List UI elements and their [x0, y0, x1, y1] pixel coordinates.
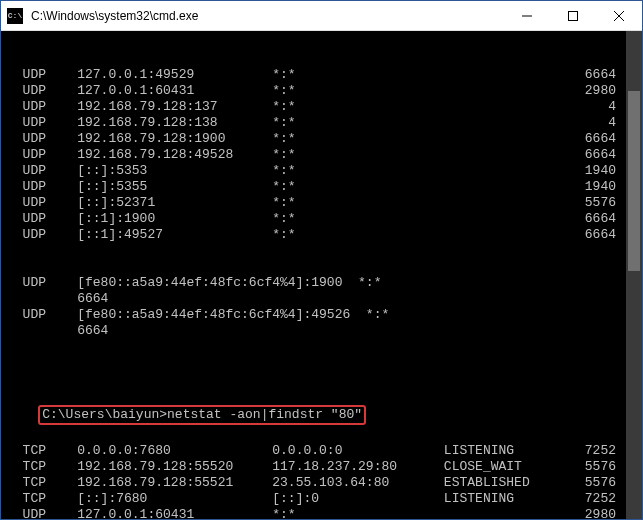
netstat-row: UDP 127.0.0.1:60431 *:* 2980 — [7, 83, 636, 99]
scrollbar-thumb[interactable] — [628, 91, 640, 271]
titlebar[interactable]: C:\ C:\Windows\system32\cmd.exe — [1, 1, 642, 31]
netstat-row: UDP 192.168.79.128:49528 *:* 6664 — [7, 147, 636, 163]
svg-rect-1 — [569, 11, 578, 20]
netstat-row: UDP [::1]:49527 *:* 6664 — [7, 227, 636, 243]
close-button[interactable] — [596, 1, 642, 31]
netstat-row: UDP 127.0.0.1:49529 *:* 6664 — [7, 67, 636, 83]
netstat-row-wrap: 6664 — [7, 291, 636, 307]
netstat-row: TCP 0.0.0.0:7680 0.0.0.0:0 LISTENING 725… — [7, 443, 636, 459]
netstat-row: TCP 192.168.79.128:55520 117.18.237.29:8… — [7, 459, 636, 475]
netstat-row: UDP [::1]:1900 *:* 6664 — [7, 211, 636, 227]
netstat-row: UDP 192.168.79.128:137 *:* 4 — [7, 99, 636, 115]
netstat-row: TCP 192.168.79.128:55521 23.55.103.64:80… — [7, 475, 636, 491]
terminal-output[interactable]: UDP 127.0.0.1:49529 *:* 6664 UDP 127.0.0… — [1, 31, 642, 519]
highlighted-command: C:\Users\baiyun>netstat -aon|findstr "80… — [38, 405, 366, 425]
netstat-row: UDP 192.168.79.128:138 *:* 4 — [7, 115, 636, 131]
cmd-icon: C:\ — [7, 8, 23, 24]
netstat-row-wrap: 6664 — [7, 323, 636, 339]
maximize-button[interactable] — [550, 1, 596, 31]
window-title: C:\Windows\system32\cmd.exe — [29, 9, 504, 23]
minimize-button[interactable] — [504, 1, 550, 31]
netstat-row: UDP [fe80::a5a9:44ef:48fc:6cf4%4]:1900 *… — [7, 275, 636, 291]
netstat-row: UDP [::]:52371 *:* 5576 — [7, 195, 636, 211]
netstat-row: TCP [::]:7680 [::]:0 LISTENING 7252 — [7, 491, 636, 507]
netstat-row: UDP [::]:5353 *:* 1940 — [7, 163, 636, 179]
cmd-window: C:\ C:\Windows\system32\cmd.exe UDP 127.… — [0, 0, 643, 520]
netstat-row: UDP 192.168.79.128:1900 *:* 6664 — [7, 131, 636, 147]
netstat-row: UDP [fe80::a5a9:44ef:48fc:6cf4%4]:49526 … — [7, 307, 636, 323]
netstat-row: UDP 127.0.0.1:60431 *:* 2980 — [7, 507, 636, 519]
netstat-row: UDP [::]:5355 *:* 1940 — [7, 179, 636, 195]
scrollbar[interactable] — [626, 31, 642, 519]
